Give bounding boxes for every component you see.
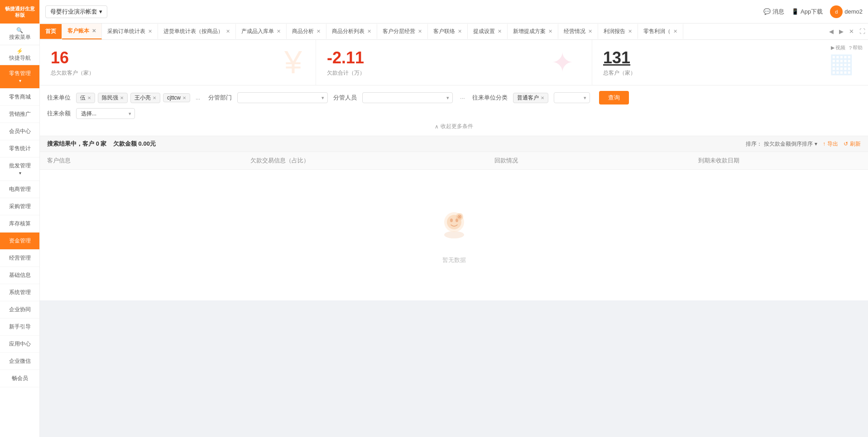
- close-icon[interactable]: ✕: [418, 28, 422, 34]
- stat-card-debt-customers: ¥ 16 总欠款客户（家）: [40, 40, 316, 85]
- tab-product-analysis-list[interactable]: 商品分析列表 ✕: [326, 24, 377, 39]
- account-selector[interactable]: 母婴行业演示帐套 ▾: [45, 5, 107, 18]
- tab-product-analysis[interactable]: 商品分析 ✕: [287, 24, 326, 39]
- tab-new-promote-plan[interactable]: 新增提成方案 ✕: [508, 24, 558, 39]
- sidebar-item-new-guide[interactable]: 新手引导: [0, 318, 39, 336]
- tab-business-situation[interactable]: 经营情况 ✕: [558, 24, 598, 39]
- query-button[interactable]: 查询: [599, 91, 629, 104]
- sidebar-item-basic-info[interactable]: 基础信息: [0, 267, 39, 284]
- dept-select-wrap: [237, 92, 328, 103]
- sidebar-item-retail-stats[interactable]: 零售统计: [0, 140, 39, 157]
- close-icon[interactable]: ✕: [226, 28, 230, 34]
- close-icon[interactable]: ✕: [673, 28, 677, 34]
- account-selector-label: 母婴行业演示帐套: [50, 8, 97, 16]
- message-icon: 💬: [763, 8, 771, 15]
- download-icon: 📱: [791, 8, 799, 15]
- close-icon[interactable]: ✕: [92, 28, 96, 34]
- sidebar-item-member-center[interactable]: 会员中心: [0, 123, 39, 140]
- sidebar-item-retail-mgmt[interactable]: 零售管理 ▾: [0, 65, 39, 89]
- close-icon[interactable]: ✕: [148, 28, 152, 34]
- tab-close-all-button[interactable]: ✕: [846, 24, 857, 38]
- export-icon: ↑: [823, 141, 825, 147]
- unit-filter-more[interactable]: ...: [193, 94, 203, 102]
- tab-customer-segment[interactable]: 客户分层经营 ✕: [377, 24, 428, 39]
- dept-select-input[interactable]: [237, 92, 328, 103]
- topbar-left: 母婴行业演示帐套 ▾: [45, 5, 107, 18]
- balance-select[interactable]: 选择...: [76, 108, 135, 119]
- sidebar-item-enterprise-wechat[interactable]: 企业微信: [0, 353, 39, 370]
- filter-row-1: 往来单位 伍 ✕ 陈民强 ✕ 王小亮 ✕ cjttcw: [47, 91, 861, 104]
- sidebar-item-marketing[interactable]: 营销推广: [0, 106, 39, 123]
- filter-tag-cjttcw: cjttcw ✕: [163, 93, 190, 102]
- collapse-button[interactable]: ∧ 收起更多条件: [47, 123, 861, 130]
- close-icon[interactable]: ✕: [548, 28, 552, 34]
- chevron-down-icon: ▾: [815, 141, 817, 147]
- tab-purchase-stats[interactable]: 采购订单统计表 ✕: [102, 24, 158, 39]
- tab-retail-profit[interactable]: 零售利润（ ✕: [638, 24, 683, 39]
- tab-home[interactable]: 首页: [40, 24, 62, 39]
- tab-arrows: ◀ ▶ ✕ ⛶: [826, 24, 868, 38]
- sidebar-item-app-center[interactable]: 应用中心: [0, 336, 39, 353]
- unit-filter-tags: 伍 ✕ 陈民强 ✕ 王小亮 ✕ cjttcw ✕ ...: [76, 93, 203, 103]
- sidebar-item-inventory-check[interactable]: 库存核算: [0, 215, 39, 233]
- person-select-input[interactable]: [362, 92, 453, 103]
- close-icon[interactable]: ✕: [588, 28, 592, 34]
- stat-value-debt-customers: 16: [51, 48, 69, 67]
- sidebar-item-wholesale-mgmt[interactable]: 批发管理 ▾: [0, 157, 39, 181]
- filter-tag-wu: 伍 ✕: [76, 93, 95, 103]
- stat-label-debt-customers: 总欠款客户（家）: [51, 69, 94, 77]
- close-icon[interactable]: ✕: [458, 28, 462, 34]
- sidebar-item-ecommerce-mgmt[interactable]: 电商管理: [0, 181, 39, 198]
- tab-promote-settings[interactable]: 提成设置 ✕: [468, 24, 508, 39]
- close-icon[interactable]: ✕: [317, 28, 321, 34]
- user-menu[interactable]: d demo2: [830, 5, 863, 18]
- sidebar-item-finance-mgmt[interactable]: 资金管理: [0, 233, 39, 250]
- sidebar-item-member-plus[interactable]: 畅会员: [0, 370, 39, 387]
- stats-row: ¥ 16 总欠款客户（家） ✦ -2.11 欠款合计（万） ▶ 视频 ? 帮助: [40, 40, 868, 86]
- export-button[interactable]: ↑ 导出: [823, 140, 838, 148]
- tab-production-inbound[interactable]: 产成品入库单 ✕: [236, 24, 287, 39]
- sidebar-item-retail-store[interactable]: 零售商城: [0, 89, 39, 106]
- refresh-button[interactable]: ↺ 刷新: [844, 140, 861, 148]
- close-icon[interactable]: ✕: [498, 28, 502, 34]
- tabbar: 首页 客户账本 ✕ 采购订单统计表 ✕ 进货单统计表（按商品） ✕ 产成品入库单…: [40, 24, 868, 40]
- remove-tag-wang[interactable]: ✕: [153, 95, 156, 100]
- person-filter-label: 分管人员: [333, 94, 357, 102]
- tab-fullscreen-button[interactable]: ⛶: [857, 24, 868, 38]
- tab-next-button[interactable]: ▶: [836, 24, 846, 38]
- close-icon[interactable]: ✕: [367, 28, 371, 34]
- sidebar-item-quick-nav[interactable]: ⚡ 快捷导航: [0, 45, 39, 65]
- tab-customer-book[interactable]: 客户账本 ✕: [62, 24, 102, 39]
- sidebar-item-system-mgmt[interactable]: 系统管理: [0, 284, 39, 301]
- close-icon[interactable]: ✕: [277, 28, 281, 34]
- tab-inbound-stats[interactable]: 进货单统计表（按商品） ✕: [158, 24, 236, 39]
- remove-tag-chen[interactable]: ✕: [120, 95, 124, 100]
- app-download-button[interactable]: 📱 App下载: [791, 8, 823, 16]
- quick-nav-icon: ⚡: [0, 48, 39, 54]
- search-icon: 🔍: [0, 27, 39, 33]
- sidebar-item-ops-mgmt[interactable]: 经营管理: [0, 250, 39, 267]
- remove-tag-cjttcw[interactable]: ✕: [182, 95, 186, 100]
- stat-card-debt-total: ✦ -2.11 欠款合计（万）: [316, 40, 592, 85]
- filter-row-2: 往来余额 选择...: [47, 108, 861, 119]
- tab-profit-report[interactable]: 利润报告 ✕: [598, 24, 638, 39]
- sidebar-item-purchase-mgmt[interactable]: 采购管理: [0, 198, 39, 215]
- topbar-right: 💬 消息 📱 App下载 d demo2: [763, 5, 863, 18]
- sort-selector[interactable]: 排序： 按欠款金额倒序排序 ▾: [746, 140, 817, 148]
- sidebar: 畅捷通好生意 标版 🔍 搜索菜单 ⚡ 快捷导航 零售管理 ▾ 零售商城 营销推广…: [0, 0, 40, 437]
- sidebar-item-enterprise-collab[interactable]: 企业协同: [0, 301, 39, 318]
- unit-type-select[interactable]: [554, 92, 590, 103]
- dept-filter-label: 分管部门: [208, 94, 232, 102]
- tab-customer-contact[interactable]: 客户联络 ✕: [428, 24, 468, 39]
- page-content: ¥ 16 总欠款客户（家） ✦ -2.11 欠款合计（万） ▶ 视频 ? 帮助: [40, 40, 868, 437]
- person-filter-dots[interactable]: ···: [458, 95, 467, 101]
- remove-tag-normal-customer[interactable]: ✕: [541, 95, 544, 100]
- filter-tag-chen: 陈民强 ✕: [98, 93, 128, 103]
- close-icon[interactable]: ✕: [628, 28, 632, 34]
- messages-button[interactable]: 💬 消息: [763, 8, 784, 16]
- sidebar-item-search-menu[interactable]: 🔍 搜索菜单: [0, 24, 39, 45]
- tab-prev-button[interactable]: ◀: [826, 24, 836, 38]
- table-header: 客户信息 欠款交易信息（占比） 回款情况 到期未收款日期: [40, 152, 868, 170]
- remove-tag-wu[interactable]: ✕: [87, 95, 91, 100]
- data-table: 客户信息 欠款交易信息（占比） 回款情况 到期未收款日期: [40, 152, 868, 300]
